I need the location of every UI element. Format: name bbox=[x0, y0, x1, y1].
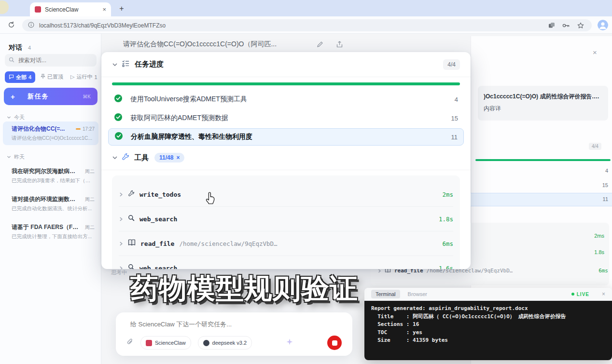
chat-time: 周二 bbox=[85, 224, 95, 231]
profile-avatar[interactable] bbox=[598, 20, 608, 30]
tab-close-icon[interactable]: × bbox=[102, 6, 106, 13]
chat-title: 我在研究阿尔茨海默病（... bbox=[12, 167, 79, 175]
search-icon bbox=[9, 56, 14, 65]
tab-browser[interactable]: Browser bbox=[408, 291, 427, 297]
task-label: 获取阿司匹林的ADMET预测数据 bbox=[130, 114, 228, 122]
clear-tools-icon[interactable]: × bbox=[176, 154, 180, 161]
chat-bubble-icon bbox=[9, 74, 14, 81]
divider bbox=[101, 170, 471, 170]
edit-title-icon[interactable] bbox=[317, 41, 323, 50]
task-row[interactable]: 获取阿司匹林的ADMET预测数据 15 bbox=[108, 109, 464, 127]
terminal-panel: Terminal Browser LIVE × Report generated… bbox=[364, 288, 612, 360]
tool-time: 2ms bbox=[442, 191, 453, 198]
chat-item[interactable]: 请基于 FDA FAERS（FD... 周二 已完成统计整理，下面直接给出方..… bbox=[3, 220, 98, 243]
tools-count-pill[interactable]: 11/48 × bbox=[154, 153, 184, 162]
agent-chip[interactable]: ScienceClaw bbox=[140, 336, 191, 350]
terminal-header: Terminal Browser LIVE × bbox=[364, 288, 612, 301]
tool-time: 1.8s bbox=[439, 216, 453, 223]
tool-row-write-todos[interactable]: write_todos 2ms bbox=[119, 182, 453, 207]
report-snippet-box: )Oc1ccccc1C(=O)O) 成药性综合评价报告.docx) 内容详 bbox=[478, 86, 608, 121]
panel-close-icon[interactable]: × bbox=[593, 48, 597, 56]
live-dot-icon bbox=[571, 293, 574, 296]
task-label: 分析血脑屏障穿透性、毒性和生物利用度 bbox=[131, 133, 252, 141]
tool-row-read-file[interactable]: read_file /home/scienceclaw/9qEqzVbD… 6m… bbox=[119, 231, 453, 256]
task-panel-header[interactable]: 任务进度 4/4 bbox=[101, 52, 471, 77]
chevron-right-icon bbox=[119, 190, 123, 199]
task-row-highlighted[interactable]: 分析血脑屏障穿透性、毒性和生物利用度 11 bbox=[108, 128, 464, 146]
chevron-right-icon bbox=[119, 239, 123, 248]
sparkle-icon[interactable] bbox=[286, 338, 293, 347]
tool-name: read_file bbox=[140, 240, 174, 247]
sidebar-title: 对话 bbox=[9, 43, 22, 52]
new-task-button[interactable]: + 新任务 ⌘K bbox=[4, 88, 97, 105]
tools-section-header[interactable]: 工具 11/48 × bbox=[112, 149, 460, 166]
chevron-right-icon bbox=[119, 264, 123, 269]
chevron-down-icon[interactable] bbox=[112, 155, 118, 161]
task-count: 11 bbox=[451, 134, 458, 141]
chat-subtitle: 已完成自动化数据清洗、统计分析... bbox=[12, 205, 94, 212]
new-task-label: 新任务 bbox=[28, 92, 49, 101]
bg-tool-time: 6ms bbox=[598, 268, 608, 274]
url-text: localhost:5173/chat/9qEqzVbD3MeylEoeMTFZ… bbox=[39, 22, 166, 29]
chat-item[interactable]: 请对提供的环境监测数据... 周二 已完成自动化数据清洗、统计分析... bbox=[3, 192, 98, 216]
password-key-icon[interactable] bbox=[561, 20, 571, 31]
tool-time: 1.6s bbox=[439, 265, 453, 270]
tool-name: web_search bbox=[139, 265, 177, 270]
bg-tool-time: 1.8s bbox=[579, 249, 604, 255]
book-icon bbox=[128, 239, 136, 248]
paperclip-icon[interactable] bbox=[126, 338, 134, 348]
tool-name: write_todos bbox=[139, 191, 181, 198]
wrench-icon bbox=[128, 190, 135, 199]
hand-cursor-icon bbox=[205, 192, 216, 207]
model-chip[interactable]: deepseek v3.2 bbox=[198, 336, 252, 350]
search-conversations[interactable] bbox=[5, 54, 97, 67]
new-tab-button[interactable]: + bbox=[117, 4, 126, 13]
chat-time: 17:27 bbox=[83, 126, 95, 132]
search-icon bbox=[128, 264, 135, 269]
task-progress-badge: 4/4 bbox=[443, 59, 460, 70]
composer-input[interactable] bbox=[129, 320, 334, 328]
tool-time: 6ms bbox=[442, 240, 453, 247]
site-info-icon[interactable] bbox=[28, 21, 34, 30]
chat-item[interactable]: 我在研究阿尔茨海默病（... 周二 已完成您的3项需求，结果如下（详... bbox=[3, 164, 98, 188]
stop-button[interactable] bbox=[327, 336, 342, 350]
reload-icon[interactable] bbox=[6, 19, 16, 30]
chevron-down-icon[interactable] bbox=[112, 62, 118, 67]
tool-row-web-search-2[interactable]: web_search 1.6s bbox=[119, 256, 453, 269]
filter-pinned[interactable]: 已置顶 bbox=[41, 73, 63, 81]
browser-tab[interactable]: ScienceClaw × bbox=[30, 2, 111, 16]
section-yesterday: 昨天 bbox=[7, 153, 25, 161]
task-row[interactable]: 使用ToolUniverse搜索ADMET预测工具 4 bbox=[108, 91, 464, 108]
section-today: 今天 bbox=[7, 114, 25, 121]
bookmark-star-icon[interactable] bbox=[575, 20, 586, 31]
tab-terminal[interactable]: Terminal bbox=[371, 290, 400, 298]
filter-running[interactable]: ▷ 运行中 1 bbox=[70, 73, 97, 81]
terminal-close-icon[interactable]: × bbox=[602, 291, 605, 297]
chevron-down-icon bbox=[7, 155, 11, 159]
task-panel-title: 任务进度 bbox=[135, 60, 164, 69]
check-circle-icon bbox=[114, 94, 123, 105]
terminal-output[interactable]: Report generated: aspirin_drugability_re… bbox=[364, 301, 612, 360]
bg-highlighted-task-row[interactable] bbox=[471, 193, 612, 206]
live-label: LIVE bbox=[577, 292, 589, 297]
share-icon[interactable] bbox=[336, 41, 343, 50]
terminal-line: Report generated: aspirin_drugability_re… bbox=[371, 305, 605, 313]
live-indicator: LIVE bbox=[571, 292, 589, 297]
status-dash bbox=[76, 128, 81, 130]
chat-title: 请基于 FDA FAERS（FD... bbox=[12, 223, 79, 231]
bg-progress-bar bbox=[475, 159, 611, 161]
filter-all-chip[interactable]: 全部 4 bbox=[5, 71, 35, 83]
search-input[interactable] bbox=[17, 56, 92, 64]
new-task-shortcut: ⌘K bbox=[83, 94, 91, 99]
chat-subtitle: 已完成统计整理，下面直接给出方... bbox=[12, 233, 94, 240]
model-chip-label: deepseek v3.2 bbox=[212, 340, 247, 346]
tool-list-card: write_todos 2ms web_search 1.8s read_fil… bbox=[112, 175, 460, 269]
search-icon bbox=[128, 215, 135, 223]
tool-row-web-search[interactable]: web_search 1.8s bbox=[119, 207, 453, 231]
chat-item-active[interactable]: 请评估化合物CC(=... 17:27 请评估化合物CC(=O)Oc1ccccc… bbox=[3, 121, 98, 145]
extension-icon[interactable] bbox=[546, 20, 557, 31]
scienceclaw-favicon bbox=[35, 6, 41, 13]
tool-name: web_search bbox=[139, 216, 177, 223]
tool-detail: /home/scienceclaw/9qEqzVbD… bbox=[179, 240, 277, 247]
url-bar[interactable]: localhost:5173/chat/9qEqzVbD3MeylEoeMTFZ… bbox=[22, 19, 592, 31]
